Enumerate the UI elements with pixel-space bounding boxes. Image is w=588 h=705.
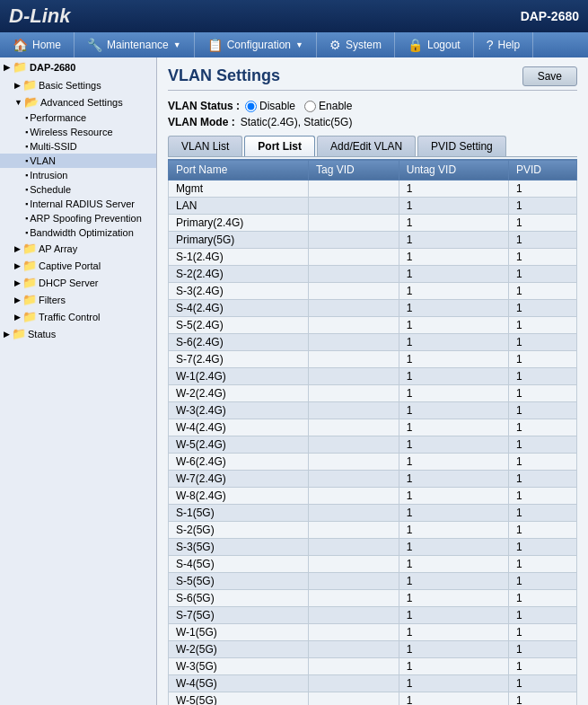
sidebar-item-ap-array[interactable]: ▶ 📁 AP Array	[0, 240, 156, 257]
nav-system-label: System	[346, 39, 382, 51]
sidebar-item-filters[interactable]: ▶ 📁 Filters	[0, 291, 156, 308]
sidebar-item-performance[interactable]: ▪ Performance	[0, 110, 156, 125]
port-name-cell: W-4(2.4G)	[169, 419, 309, 436]
sidebar-item-dhcp-server[interactable]: ▶ 📁 DHCP Server	[0, 274, 156, 291]
table-row: S-6(2.4G)11	[169, 334, 577, 351]
sidebar-item-wireless-resource[interactable]: ▪ Wireless Resource	[0, 125, 156, 139]
pvid-cell: 1	[508, 351, 576, 368]
pvid-cell: 1	[508, 556, 576, 573]
sidebar-captive-portal-label: Captive Portal	[39, 260, 101, 271]
table-row: W-5(2.4G)11	[169, 436, 577, 454]
untag-vid-cell: 1	[399, 658, 508, 675]
port-name-cell: W-6(2.4G)	[169, 454, 309, 471]
vlan-status-label: VLAN Status :	[168, 100, 240, 112]
port-name-cell: W-5(2.4G)	[169, 436, 309, 454]
expand-icon: ▶	[14, 81, 21, 90]
tag-vid-cell	[308, 590, 399, 607]
untag-vid-cell: 1	[399, 505, 508, 522]
save-button[interactable]: Save	[522, 66, 577, 86]
device-folder-icon: 📁	[13, 60, 27, 74]
sidebar-arp-spoofing-label: ARP Spoofing Prevention	[30, 213, 142, 224]
sidebar-item-captive-portal[interactable]: ▶ 📁 Captive Portal	[0, 257, 156, 274]
nav-system[interactable]: ⚙ System	[317, 32, 395, 57]
nav-maintenance[interactable]: 🔧 Maintenance ▼	[75, 32, 195, 57]
port-list-table: Port Name Tag VID Untag VID PVID Mgmt11L…	[168, 159, 577, 705]
untag-vid-cell: 1	[399, 385, 508, 402]
tag-vid-cell	[308, 658, 399, 675]
pvid-cell: 1	[508, 522, 576, 539]
untag-vid-cell: 1	[399, 454, 508, 471]
untag-vid-cell: 1	[399, 624, 508, 641]
chevron-down-icon: ▼	[173, 40, 181, 49]
sidebar-item-intrusion[interactable]: ▪ Intrusion	[0, 168, 156, 182]
vlan-status-enable-option[interactable]: Enable	[304, 100, 352, 112]
tab-vlan-list[interactable]: VLAN List	[168, 136, 242, 156]
nav-logout[interactable]: 🔒 Logout	[395, 32, 474, 57]
sidebar-item-status[interactable]: ▶ 📁 Status	[0, 325, 156, 342]
port-name-cell: Mgmt	[169, 181, 309, 198]
sidebar-root[interactable]: ▶ 📁 DAP-2680	[0, 57, 156, 76]
sidebar-item-schedule[interactable]: ▪ Schedule	[0, 182, 156, 197]
port-name-cell: S-2(5G)	[169, 522, 309, 539]
maintenance-icon: 🔧	[87, 38, 102, 52]
tag-vid-cell	[308, 522, 399, 539]
pvid-cell: 1	[508, 641, 576, 658]
sidebar-item-vlan[interactable]: ▪ VLAN	[0, 154, 156, 168]
table-row: W-3(5G)11	[169, 658, 577, 675]
sidebar-status-label: Status	[28, 329, 56, 339]
port-name-cell: W-8(2.4G)	[169, 488, 309, 505]
table-row: W-4(5G)11	[169, 675, 577, 692]
table-row: S-7(5G)11	[169, 607, 577, 624]
tab-pvid-setting[interactable]: PVID Setting	[417, 136, 506, 156]
system-icon: ⚙	[329, 38, 341, 52]
tag-vid-cell	[308, 607, 399, 624]
col-pvid: PVID	[508, 160, 576, 181]
table-row: W-4(2.4G)11	[169, 419, 577, 436]
table-row: W-6(2.4G)11	[169, 454, 577, 471]
sidebar-item-advanced-settings[interactable]: ▼ 📂 Advanced Settings	[0, 93, 156, 110]
pvid-cell: 1	[508, 181, 576, 198]
expand-icon: ▶	[14, 278, 21, 287]
table-row: LAN11	[169, 198, 577, 215]
port-name-cell: W-1(2.4G)	[169, 368, 309, 385]
table-row: S-1(5G)11	[169, 505, 577, 522]
port-name-cell: W-1(5G)	[169, 624, 309, 641]
sidebar-intrusion-label: Intrusion	[30, 170, 67, 181]
sidebar-item-internal-radius-server[interactable]: ▪ Internal RADIUS Server	[0, 197, 156, 211]
pvid-cell: 1	[508, 505, 576, 522]
nav-home-label: Home	[32, 39, 61, 51]
table-row: S-3(2.4G)11	[169, 283, 577, 300]
tab-port-list[interactable]: Port List	[244, 136, 315, 156]
sidebar-item-multi-ssid[interactable]: ▪ Multi-SSID	[0, 139, 156, 154]
tag-vid-cell	[308, 539, 399, 556]
table-row: S-5(2.4G)11	[169, 317, 577, 334]
table-row: W-7(2.4G)11	[169, 471, 577, 488]
tag-vid-cell	[308, 471, 399, 488]
leaf-icon: ▪	[25, 171, 28, 180]
leaf-icon: ▪	[25, 185, 28, 194]
table-row: Primary(5G)11	[169, 232, 577, 249]
tab-add-edit-vlan[interactable]: Add/Edit VLAN	[317, 136, 416, 156]
nav-help[interactable]: ? Help	[474, 32, 533, 57]
expand-icon: ▶	[4, 330, 10, 339]
pvid-cell: 1	[508, 198, 576, 215]
tag-vid-cell	[308, 181, 399, 198]
filters-folder-icon: 📁	[22, 293, 37, 306]
expand-icon: ▶	[14, 261, 21, 270]
tag-vid-cell	[308, 317, 399, 334]
sidebar-item-arp-spoofing[interactable]: ▪ ARP Spoofing Prevention	[0, 211, 156, 225]
sidebar-item-traffic-control[interactable]: ▶ 📁 Traffic Control	[0, 308, 156, 325]
sidebar-item-basic-settings[interactable]: ▶ 📁 Basic Settings	[0, 76, 156, 93]
vlan-status-disable-option[interactable]: Disable	[245, 100, 295, 112]
untag-vid-cell: 1	[399, 181, 508, 198]
nav-home[interactable]: 🏠 Home	[0, 32, 75, 57]
nav-configuration[interactable]: 📋 Configuration ▼	[195, 32, 317, 57]
vlan-status-enable-radio[interactable]	[304, 101, 316, 112]
logo: D-Link	[9, 4, 70, 28]
port-name-cell: S-3(5G)	[169, 539, 309, 556]
vlan-status-disable-radio[interactable]	[245, 101, 257, 112]
vlan-status-disable-label: Disable	[259, 100, 295, 112]
sidebar-item-bandwidth-opt[interactable]: ▪ Bandwidth Optimization	[0, 225, 156, 240]
port-name-cell: W-2(2.4G)	[169, 385, 309, 402]
table-row: W-1(5G)11	[169, 624, 577, 641]
